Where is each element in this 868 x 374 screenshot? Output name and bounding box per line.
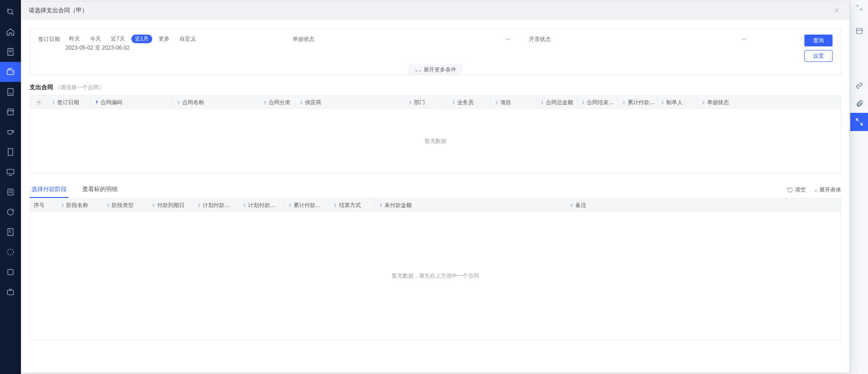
rail-building[interactable] xyxy=(0,142,21,162)
svg-point-0 xyxy=(8,9,12,14)
contracts-col-11[interactable]: ▲▼制单人 xyxy=(657,96,698,109)
contracts-col-4[interactable]: ▲▼供应商 xyxy=(296,96,405,109)
expand-more-filters[interactable]: ⌄⌄ 展开更多条件 xyxy=(408,65,463,75)
svg-line-1 xyxy=(12,13,14,15)
tab-0[interactable]: 选择付款阶段 xyxy=(30,182,69,198)
contracts-col-0[interactable]: ▲▼签订日期 xyxy=(48,96,91,109)
stages-col-2[interactable]: ▲▼阶段类型 xyxy=(103,198,148,212)
contracts-col-3[interactable]: ▲▼合同分类 xyxy=(259,96,296,109)
col-label: 未付款金额 xyxy=(384,202,412,209)
doc-status-select[interactable]: ﹀ xyxy=(320,35,511,46)
stages-col-0[interactable]: 序号 xyxy=(30,198,57,212)
contracts-col-5[interactable]: ▲▼部门 xyxy=(405,96,448,109)
stages-col-3[interactable]: ▲▼付款到期日 xyxy=(148,198,194,212)
sort-icon: ▲▼ xyxy=(581,100,585,105)
section1-hint: （请选择一个合同） xyxy=(55,84,104,91)
col-label: 阶段类型 xyxy=(112,202,134,209)
rail-cycle[interactable] xyxy=(0,242,21,262)
date-range-text: 2023-05-02 至 2023-06-02 xyxy=(65,44,200,52)
query-button[interactable]: 查询 xyxy=(804,35,833,46)
clear-button[interactable]: 清空 xyxy=(787,186,806,194)
col-label: 合同编码 xyxy=(100,99,122,106)
rail-cup[interactable] xyxy=(0,122,21,142)
expand-body-button[interactable]: ⌄ 展开表体 xyxy=(814,186,841,194)
sort-icon: ▲▼ xyxy=(243,203,246,207)
col-label: 备注 xyxy=(575,202,586,209)
rail-file[interactable] xyxy=(0,82,21,102)
stages-col-7[interactable]: ▲▼结算方式 xyxy=(330,198,375,212)
rail-search[interactable] xyxy=(0,2,21,22)
rail-refresh[interactable] xyxy=(0,202,21,222)
contracts-col-6[interactable]: ▲▼业务员 xyxy=(448,96,491,109)
date-tag-0[interactable]: 昨天 xyxy=(65,35,84,43)
section1-title-text: 支出合同 xyxy=(30,84,53,91)
sort-icon: ▲▼ xyxy=(61,203,65,207)
contracts-col-12[interactable]: ▲▼单据状态 xyxy=(698,96,771,109)
sort-icon: ▲▼ xyxy=(106,203,110,207)
sort-icon: ▲▼ xyxy=(409,100,412,105)
date-tag-1[interactable]: 今天 xyxy=(86,35,105,43)
tab-1[interactable]: 查看标的明细 xyxy=(80,182,120,198)
rutil-layout[interactable] xyxy=(850,22,868,40)
fullscreen-icon[interactable] xyxy=(853,2,865,14)
tabs-actions: 清空 ⌄ 展开表体 xyxy=(787,186,841,194)
modal-header: 请选择支出合同（甲） xyxy=(21,1,849,20)
sort-icon: ▲▼ xyxy=(299,100,303,105)
rutil-link[interactable] xyxy=(850,76,868,95)
rail-tv[interactable] xyxy=(0,282,21,302)
stages-col-6[interactable]: ▲▼累计付款… xyxy=(284,198,330,212)
invoice-status-select[interactable]: ﹀ xyxy=(556,35,747,46)
stages-table: 序号▲▼阶段名称▲▼阶段类型▲▼付款到期日▲▼计划付款…▲▼计划付款…▲▼累计付… xyxy=(30,198,841,340)
contracts-col-8[interactable]: ▲▼合同总金额 xyxy=(537,96,578,109)
stages-col-5[interactable]: ▲▼计划付款… xyxy=(239,198,284,212)
date-tag-2[interactable]: 近7天 xyxy=(107,35,129,43)
svg-rect-16 xyxy=(8,189,13,195)
rail-home[interactable] xyxy=(0,22,21,42)
sort-icon: ▲▼ xyxy=(661,100,664,105)
settings-button[interactable]: 设置 xyxy=(804,50,833,62)
contracts-col-2[interactable]: ▲▼合同名称 xyxy=(173,96,259,109)
contracts-col-10[interactable]: ▲▼累计付款… xyxy=(619,96,657,109)
stages-thead: 序号▲▼阶段名称▲▼阶段类型▲▼付款到期日▲▼计划付款…▲▼计划付款…▲▼累计付… xyxy=(30,198,841,212)
rutil-attach[interactable] xyxy=(850,95,868,113)
contracts-col-7[interactable]: ▲▼项目 xyxy=(491,96,537,109)
table-settings-column[interactable] xyxy=(30,96,48,109)
contracts-empty-text: 暂无数据 xyxy=(424,137,446,145)
col-label: 部门 xyxy=(414,99,425,106)
chevron-down-icon: ﹀ xyxy=(505,36,511,44)
expand-more-label: 展开更多条件 xyxy=(424,66,456,74)
date-tag-4[interactable]: 更多 xyxy=(155,35,173,43)
rail-list[interactable] xyxy=(0,182,21,202)
col-label: 合同名称 xyxy=(182,99,204,106)
contracts-col-1[interactable]: ▲▼合同编码 xyxy=(91,96,173,109)
rail-note[interactable] xyxy=(0,262,21,282)
col-label: 计划付款… xyxy=(248,202,275,209)
rail-shop[interactable] xyxy=(0,102,21,122)
stages-col-4[interactable]: ▲▼计划付款… xyxy=(194,198,239,212)
date-tag-3[interactable]: 近1月 xyxy=(131,35,153,43)
col-label: 合同分类 xyxy=(269,99,290,106)
stages-col-8[interactable]: ▲▼未付款金额 xyxy=(375,198,566,212)
date-tag-5[interactable]: 自定义 xyxy=(176,35,200,43)
clear-icon xyxy=(787,187,793,193)
col-label: 序号 xyxy=(34,202,45,209)
modal-close-button[interactable] xyxy=(831,5,842,16)
stages-col-1[interactable]: ▲▼阶段名称 xyxy=(57,198,103,212)
contracts-col-9[interactable]: ▲▼合同结束… xyxy=(578,96,619,109)
rail-report[interactable] xyxy=(0,222,21,242)
rail-doc[interactable] xyxy=(0,42,21,62)
svg-rect-25 xyxy=(857,28,862,34)
rail-wallet[interactable] xyxy=(0,62,21,82)
expand-body-label: 展开表体 xyxy=(819,186,841,194)
sort-icon: ▲▼ xyxy=(622,100,626,105)
sort-icon: ▲▼ xyxy=(288,203,292,207)
rutil-expand[interactable] xyxy=(850,113,868,131)
select-contract-modal: 请选择支出合同（甲） 签订日期 昨天今天近7天近1月更多自定义 2023-05-… xyxy=(21,1,850,373)
sort-icon: ▲▼ xyxy=(177,100,180,105)
right-utility-rail xyxy=(850,0,868,374)
doc-status-label: 单据状态 xyxy=(293,35,314,43)
svg-rect-23 xyxy=(8,269,13,275)
rail-display[interactable] xyxy=(0,162,21,182)
stages-col-9[interactable]: ▲▼备注 xyxy=(566,198,830,212)
col-label: 业务员 xyxy=(457,99,474,106)
